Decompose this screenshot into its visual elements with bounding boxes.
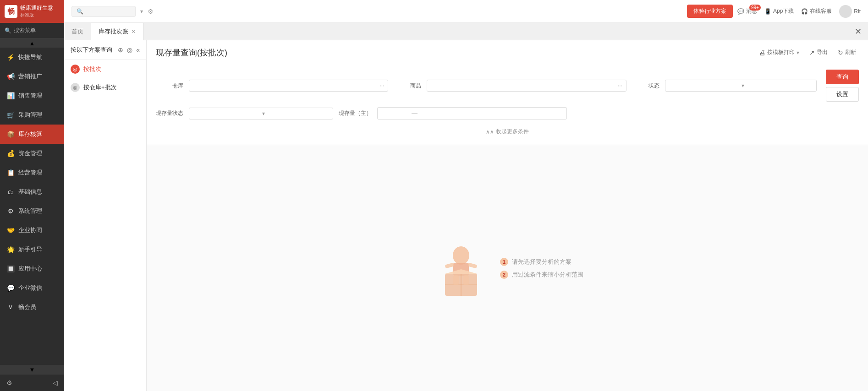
topbar-actions: 💬 消息 99+ 📱 App下载 🎧 在线客服 Rit xyxy=(737,5,861,18)
tab-close-main-icon[interactable]: ✕ xyxy=(848,27,868,37)
print-dropdown-icon[interactable]: ▾ xyxy=(797,49,799,56)
product-more-icon[interactable]: ··· xyxy=(618,82,622,89)
sidebar-item-basic[interactable]: 🗂 基础信息 xyxy=(0,182,64,201)
topbar-app-download[interactable]: 📱 App下载 xyxy=(764,7,794,15)
sidebar-item-inventory[interactable]: 📦 库存核算 xyxy=(0,125,64,144)
topbar-gear-icon[interactable]: ⚙ xyxy=(148,8,154,15)
newbie-icon: 🌟 xyxy=(6,245,15,254)
collapse-sidebar-icon[interactable]: ◁ xyxy=(53,379,58,386)
page-content: 按以下方案查询 ⊕ ◎ « ◎ 按批次 ◎ 按仓库+批次 现存量查询(按批次) xyxy=(64,40,868,391)
schema-collapse-icon[interactable]: « xyxy=(136,46,140,54)
sidebar-item-label-appstore: 应用中心 xyxy=(18,265,42,273)
user-avatar xyxy=(839,5,852,18)
tab-home[interactable]: 首页 xyxy=(64,23,91,40)
status-select[interactable]: ▾ xyxy=(665,80,817,92)
sidebar-item-label-member: 畅会员 xyxy=(18,303,36,311)
sidebar-item-label-wechat: 企业微信 xyxy=(18,284,42,292)
topbar-online-service[interactable]: 🎧 在线客服 xyxy=(801,7,832,15)
empty-svg xyxy=(431,241,491,300)
schema-inactive-icon: ◎ xyxy=(71,83,80,92)
sidebar-header: 畅 畅康通好生意 标准版 xyxy=(0,0,64,23)
filter-row-2: 现存量状态 ▾ 现存量（主） — xyxy=(156,107,859,119)
svg-rect-8 xyxy=(453,275,459,285)
shortcut-icon: ⚡ xyxy=(6,53,15,61)
sidebar-item-finance[interactable]: 💰 资金管理 xyxy=(0,144,64,163)
sidebar-item-shortcut[interactable]: ⚡ 快捷导航 xyxy=(0,48,64,67)
topbar-user[interactable]: Rit xyxy=(839,5,861,18)
schema-by-warehouse-batch-label: 按仓库+批次 xyxy=(83,83,117,92)
sidebar-item-enterprise[interactable]: 🤝 企业协同 xyxy=(0,221,64,240)
message-badge: 99+ xyxy=(749,5,761,11)
sidebar: 畅 畅康通好生意 标准版 🔍 搜索菜单 ▲ ⚡ 快捷导航 📢 营销推广 📊 销售… xyxy=(0,0,64,391)
sidebar-search[interactable]: 🔍 搜索菜单 xyxy=(0,23,64,38)
experience-btn[interactable]: 体验行业方案 xyxy=(687,5,733,18)
product-label: 商品 xyxy=(394,82,421,90)
query-btn[interactable]: 查询 xyxy=(826,70,859,84)
sidebar-item-purchase[interactable]: 🛒 采购管理 xyxy=(0,105,64,125)
sidebar-item-marketing[interactable]: 📢 营销推广 xyxy=(0,67,64,86)
left-panel: 按以下方案查询 ⊕ ◎ « ◎ 按批次 ◎ 按仓库+批次 xyxy=(64,40,147,391)
topbar-search-icon: 🔍 xyxy=(77,8,83,15)
topbar-search-input[interactable] xyxy=(86,8,132,15)
topbar-dropdown-icon[interactable]: ▾ xyxy=(140,8,143,15)
product-input-wrap[interactable]: ··· xyxy=(427,80,626,92)
warehouse-more-icon[interactable]: ··· xyxy=(379,82,384,89)
export-icon: ↗ xyxy=(809,49,815,56)
service-label: 在线客服 xyxy=(810,7,832,15)
sidebar-item-wechat[interactable]: 💬 企业微信 xyxy=(0,278,64,298)
sidebar-item-operation[interactable]: 📋 经营管理 xyxy=(0,163,64,182)
product-input[interactable] xyxy=(431,82,615,89)
warehouse-input[interactable] xyxy=(193,82,378,89)
sidebar-scroll-up[interactable]: ▲ xyxy=(0,38,64,48)
sidebar-item-system[interactable]: ⚙ 系统管理 xyxy=(0,201,64,221)
sidebar-item-label-inventory: 库存核算 xyxy=(18,130,42,138)
sidebar-item-label-newbie: 新手引导 xyxy=(18,245,42,254)
app-download-label: App下载 xyxy=(773,7,794,15)
topbar-search-box[interactable]: 🔍 xyxy=(71,6,136,17)
tab-close-icon[interactable]: ✕ xyxy=(131,28,136,35)
tabbar-right: ✕ xyxy=(848,27,868,37)
sales-icon: 📊 xyxy=(6,92,15,100)
settings-footer-icon[interactable]: ⚙ xyxy=(6,379,12,386)
schema-by-warehouse-batch[interactable]: ◎ 按仓库+批次 xyxy=(64,78,146,97)
stock-qty-label: 现存量（主） xyxy=(339,109,372,117)
operation-icon: 📋 xyxy=(6,168,15,177)
service-icon: 🎧 xyxy=(801,8,808,15)
add-schema-icon[interactable]: ⊕ xyxy=(118,46,123,54)
stock-qty-range[interactable]: — xyxy=(377,107,567,119)
status-label: 状态 xyxy=(632,82,659,90)
warehouse-input-wrap[interactable]: ··· xyxy=(189,80,388,92)
wechat-icon: 💬 xyxy=(6,284,15,292)
sidebar-item-label-shortcut: 快捷导航 xyxy=(18,53,42,61)
sidebar-item-label-system: 系统管理 xyxy=(18,207,42,215)
schema-settings-icon[interactable]: ◎ xyxy=(127,46,132,54)
topbar-message[interactable]: 💬 消息 99+ xyxy=(737,7,757,15)
stock-qty-max-input[interactable] xyxy=(420,110,448,117)
app-download-icon: 📱 xyxy=(764,8,771,15)
enterprise-icon: 🤝 xyxy=(6,226,15,234)
refresh-icon: ↻ xyxy=(838,49,843,56)
refresh-btn[interactable]: ↻ 刷新 xyxy=(835,47,859,58)
page-title-actions: 🖨 按模板打印 ▾ ↗ 导出 ↻ 刷新 xyxy=(756,47,859,58)
schema-by-batch[interactable]: ◎ 按批次 xyxy=(64,60,146,78)
sidebar-item-newbie[interactable]: 🌟 新手引导 xyxy=(0,240,64,259)
stock-status-select[interactable]: ▾ xyxy=(189,108,333,119)
empty-illustration xyxy=(431,241,486,296)
sidebar-item-label-basic: 基础信息 xyxy=(18,188,42,196)
sidebar-search-label: 搜索菜单 xyxy=(14,27,36,34)
sidebar-item-label-marketing: 营销推广 xyxy=(18,72,42,81)
sidebar-item-sales[interactable]: 📊 销售管理 xyxy=(0,86,64,105)
export-btn[interactable]: ↗ 导出 xyxy=(807,47,830,58)
collapse-row[interactable]: ∧∧ 收起更多条件 xyxy=(156,125,859,138)
sidebar-item-member[interactable]: V 畅会员 xyxy=(0,298,64,317)
inventory-icon: 📦 xyxy=(6,130,15,138)
print-btn[interactable]: 🖨 按模板打印 ▾ xyxy=(756,47,802,58)
left-panel-header: 按以下方案查询 ⊕ ◎ « xyxy=(64,40,146,60)
settings-btn[interactable]: 设置 xyxy=(826,87,859,102)
print-label: 按模板打印 xyxy=(767,49,795,56)
stock-qty-min-input[interactable] xyxy=(381,110,409,117)
sidebar-item-appstore[interactable]: 🔲 应用中心 xyxy=(0,259,64,278)
tab-inventory-batch[interactable]: 库存批次账 ✕ xyxy=(91,23,143,40)
page-title-bar: 现存量查询(按批次) 🖨 按模板打印 ▾ ↗ 导出 ↻ 刷新 xyxy=(147,40,868,63)
sidebar-scroll-down[interactable]: ▼ xyxy=(0,365,64,374)
